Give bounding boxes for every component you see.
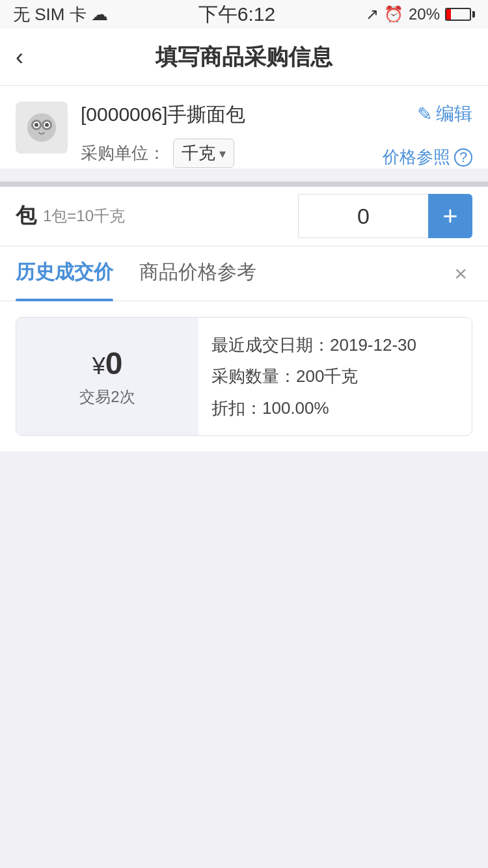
tabs-header: 历史成交价 商品价格参考 × (0, 247, 488, 301)
status-right: ↗ ⏰ 20% (366, 5, 475, 23)
qty-plus-button[interactable]: + (428, 194, 472, 238)
product-code: [0000006]手撕面包 (81, 102, 245, 128)
unit-label: 采购单位： (81, 142, 165, 165)
nav-bar: ‹ 填写商品采购信息 (0, 29, 488, 86)
qty-unit-badge: 包 (16, 202, 36, 230)
svg-point-6 (45, 123, 49, 127)
price-card-right: 最近成交日期：2019-12-30 采购数量：200千克 折扣：100.00% (198, 318, 472, 435)
tab-history-price[interactable]: 历史成交价 (16, 254, 113, 293)
battery-percent: 20% (409, 5, 440, 23)
edit-label: 编辑 (436, 102, 472, 126)
qty-conversion: 1包=10千克 (43, 206, 125, 226)
price-recent-date: 最近成交日期：2019-12-30 (211, 333, 459, 357)
product-info: [0000006]手撕面包 采购单位： 千克 ▾ (81, 102, 245, 168)
battery-icon (445, 8, 475, 21)
unit-value: 千克 (182, 142, 215, 165)
price-card: ¥0 交易2次 最近成交日期：2019-12-30 采购数量：200千克 折扣：… (16, 317, 472, 436)
amount-value: 0 (105, 346, 123, 381)
history-content: ¥0 交易2次 最近成交日期：2019-12-30 采购数量：200千克 折扣：… (0, 301, 488, 452)
svg-point-5 (34, 123, 38, 127)
status-left: 无 SIM 卡 ☁ (13, 3, 108, 26)
help-icon: ? (454, 148, 472, 167)
product-thumbnail (16, 102, 68, 154)
tab-product-price-ref[interactable]: 商品价格参考 (139, 254, 256, 293)
tabs-section: 历史成交价 商品价格参考 × ¥0 交易2次 最近成交日期：2019-12-30… (0, 247, 488, 452)
tab-close-button[interactable]: × (449, 256, 472, 292)
quantity-row: 包 1包=10千克 + (0, 187, 488, 245)
edit-button[interactable]: ✎ 编辑 (417, 102, 472, 126)
qty-controls: + (298, 194, 472, 238)
edit-icon: ✎ (417, 103, 432, 125)
status-bar: 无 SIM 卡 ☁ 下午6:12 ↗ ⏰ 20% (0, 0, 488, 29)
tabs-list: 历史成交价 商品价格参考 (16, 254, 256, 293)
direction-icon: ↗ (366, 5, 379, 23)
price-amount: ¥0 (92, 346, 123, 381)
divider-bar (0, 182, 488, 187)
price-ref-label: 价格参照 (383, 146, 450, 169)
alarm-icon: ⏰ (384, 5, 403, 23)
back-button[interactable]: ‹ (16, 44, 23, 71)
page-title: 填写商品采购信息 (156, 42, 332, 72)
price-discount: 折扣：100.00% (211, 396, 459, 420)
sim-signal-text: 无 SIM 卡 ☁ (13, 3, 108, 26)
product-card: [0000006]手撕面包 采购单位： 千克 ▾ ✎ 编辑 价格参照 ? (0, 86, 488, 169)
price-trade-count: 交易2次 (79, 387, 135, 407)
price-card-left: ¥0 交易2次 (16, 318, 198, 435)
unit-dropdown-arrow: ▾ (219, 146, 226, 161)
status-time: 下午6:12 (198, 1, 275, 28)
unit-selector[interactable]: 千克 ▾ (173, 139, 234, 168)
currency-symbol: ¥ (92, 353, 105, 379)
qty-input[interactable] (298, 194, 428, 238)
quantity-section: 包 1包=10千克 + (0, 182, 488, 245)
price-ref-button[interactable]: 价格参照 ? (383, 146, 472, 169)
svg-point-0 (27, 113, 56, 142)
price-quantity: 采购数量：200千克 (211, 364, 459, 388)
